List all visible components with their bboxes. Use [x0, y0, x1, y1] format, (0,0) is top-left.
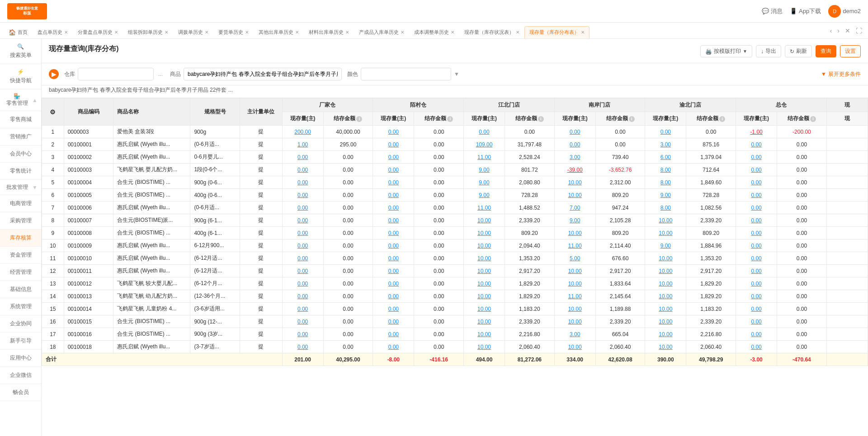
row-total-qty[interactable]: 0.00: [736, 341, 777, 353]
row-mucun-qty[interactable]: 0.00: [373, 138, 414, 151]
tab-2[interactable]: 分量盘点单历史 ✕: [73, 26, 123, 39]
message-btn[interactable]: 💬 消息: [762, 7, 783, 15]
mucun-amt-info[interactable]: i: [447, 116, 453, 122]
row-factory-qty[interactable]: 0.00: [282, 277, 323, 290]
row-factory-qty[interactable]: 0.00: [282, 252, 323, 265]
row-factory-qty[interactable]: 0.00: [282, 341, 323, 353]
row-mucun-qty[interactable]: 0.00: [373, 290, 414, 303]
row-yubei-qty[interactable]: 8.00: [645, 176, 686, 189]
row-yubei-qty[interactable]: 6.00: [645, 151, 686, 164]
sidebar-item-finance[interactable]: 资金管理: [0, 247, 41, 264]
col-gear[interactable]: ⚙: [42, 98, 64, 126]
row-jiangbei-qty[interactable]: 9.00: [463, 164, 505, 176]
row-factory-qty[interactable]: 200.00: [282, 126, 323, 138]
row-nanan-qty[interactable]: 9.00: [554, 214, 595, 227]
sidebar-item-operations[interactable]: 经营管理: [0, 264, 41, 281]
row-jiangbei-qty[interactable]: 10.00: [463, 227, 505, 239]
row-factory-qty[interactable]: 0.00: [282, 315, 323, 328]
row-factory-qty[interactable]: 0.00: [282, 239, 323, 252]
row-factory-qty[interactable]: 1.00: [282, 138, 323, 151]
row-factory-qty[interactable]: 0.00: [282, 227, 323, 239]
row-mucun-qty[interactable]: 0.00: [373, 265, 414, 277]
tab-4[interactable]: 调拨单历史 ✕: [173, 26, 213, 39]
export-btn[interactable]: ↓ 导出: [756, 45, 781, 57]
row-yubei-qty[interactable]: 10.00: [645, 227, 686, 239]
row-jiangbei-qty[interactable]: 10.00: [463, 341, 505, 353]
row-mucun-qty[interactable]: 0.00: [373, 151, 414, 164]
sidebar-item-wechat[interactable]: 企业微信: [0, 367, 41, 384]
tab-5[interactable]: 要货单历史 ✕: [213, 26, 254, 39]
row-nanan-qty[interactable]: 3.00: [554, 151, 595, 164]
row-jiangbei-qty[interactable]: 10.00: [463, 315, 505, 328]
row-total-qty[interactable]: 0.00: [736, 151, 777, 164]
row-yubei-qty[interactable]: 3.00: [645, 138, 686, 151]
tab-7[interactable]: 材料出库单历史 ✕: [304, 26, 354, 39]
tab-8[interactable]: 产成品入库单历史 ✕: [354, 26, 409, 39]
row-mucun-qty[interactable]: 0.00: [373, 252, 414, 265]
row-mucun-qty[interactable]: 0.00: [373, 189, 414, 202]
row-yubei-qty[interactable]: 10.00: [645, 315, 686, 328]
tab-6[interactable]: 其他出库单历史 ✕: [254, 26, 304, 39]
row-mucun-qty[interactable]: 0.00: [373, 214, 414, 227]
row-yubei-qty[interactable]: 10.00: [645, 252, 686, 265]
row-mucun-qty[interactable]: 0.00: [373, 239, 414, 252]
row-yubei-qty[interactable]: 10.00: [645, 265, 686, 277]
tab-9[interactable]: 成本调整单历史 ✕: [409, 26, 459, 39]
row-nanan-qty[interactable]: 7.00: [554, 202, 595, 214]
row-yubei-qty[interactable]: 8.00: [645, 202, 686, 214]
filter-toggle-btn[interactable]: ▶: [49, 69, 59, 79]
row-yubei-qty[interactable]: 10.00: [645, 214, 686, 227]
row-total-qty[interactable]: 0.00: [736, 164, 777, 176]
close-tab-8[interactable]: ✕: [401, 30, 404, 35]
row-mucun-qty[interactable]: 0.00: [373, 126, 414, 138]
row-yubei-qty[interactable]: 10.00: [645, 341, 686, 353]
sidebar-item-basics[interactable]: 基础信息: [0, 281, 41, 298]
row-yubei-qty[interactable]: 9.00: [645, 189, 686, 202]
sidebar-item-wholesale[interactable]: 批发管理 ▼: [0, 180, 41, 195]
row-jiangbei-qty[interactable]: 109.00: [463, 138, 505, 151]
row-jiangbei-qty[interactable]: 10.00: [463, 252, 505, 265]
row-total-qty[interactable]: 0.00: [736, 328, 777, 341]
close-tab-9[interactable]: ✕: [451, 30, 454, 35]
sidebar-item-marketing[interactable]: 营销推广: [0, 128, 41, 145]
row-mucun-qty[interactable]: 0.00: [373, 277, 414, 290]
refresh-btn[interactable]: ↻ 刷新: [785, 45, 812, 57]
row-nanan-qty[interactable]: 10.00: [554, 303, 595, 315]
sidebar-item-member[interactable]: 会员中心: [0, 145, 41, 163]
sidebar-item-inventory[interactable]: 库存核算: [0, 230, 41, 247]
tab-expand[interactable]: ⛶: [854, 26, 864, 35]
row-factory-qty[interactable]: 0.00: [282, 164, 323, 176]
settings-btn[interactable]: 设置: [840, 45, 861, 57]
row-jiangbei-qty[interactable]: 9.00: [463, 176, 505, 189]
sidebar-item-app-center[interactable]: 应用中心: [0, 350, 41, 367]
row-mucun-qty[interactable]: 0.00: [373, 164, 414, 176]
row-total-qty[interactable]: 0.00: [736, 214, 777, 227]
row-jiangbei-qty[interactable]: 10.00: [463, 303, 505, 315]
total-amt-info[interactable]: i: [810, 116, 816, 122]
sidebar-item-system[interactable]: 系统管理: [0, 298, 41, 315]
row-mucun-qty[interactable]: 0.00: [373, 315, 414, 328]
row-factory-qty[interactable]: 0.00: [282, 265, 323, 277]
tab-3[interactable]: 组装拆卸单历史 ✕: [123, 26, 173, 39]
row-yubei-qty[interactable]: 10.00: [645, 277, 686, 290]
row-jiangbei-qty[interactable]: 10.00: [463, 239, 505, 252]
factory-amt-info[interactable]: i: [356, 116, 362, 122]
row-nanan-qty[interactable]: 10.00: [554, 189, 595, 202]
tab-1[interactable]: 盘点单历史 ✕: [33, 26, 73, 39]
row-total-qty[interactable]: -1.00: [736, 126, 777, 138]
row-nanan-qty[interactable]: 11.00: [554, 290, 595, 303]
tab-prev[interactable]: ‹: [828, 26, 835, 35]
tab-close-all[interactable]: ✕: [843, 26, 853, 35]
row-nanan-qty[interactable]: 10.00: [554, 176, 595, 189]
row-mucun-qty[interactable]: 0.00: [373, 176, 414, 189]
row-jiangbei-qty[interactable]: 11.00: [463, 202, 505, 214]
color-input[interactable]: [361, 68, 451, 80]
row-nanan-qty[interactable]: 0.00: [554, 126, 595, 138]
row-factory-qty[interactable]: 0.00: [282, 151, 323, 164]
yubei-amt-info[interactable]: i: [719, 116, 725, 122]
sidebar-item-mall[interactable]: 零售商城: [0, 111, 41, 128]
sidebar-item-search[interactable]: 🔍 搜索英单: [0, 39, 41, 64]
close-tab-3[interactable]: ✕: [165, 30, 168, 35]
tab-10[interactable]: 现存量（库存状况表） ✕: [459, 26, 524, 39]
sidebar-item-member2[interactable]: 畅会员: [0, 384, 41, 401]
